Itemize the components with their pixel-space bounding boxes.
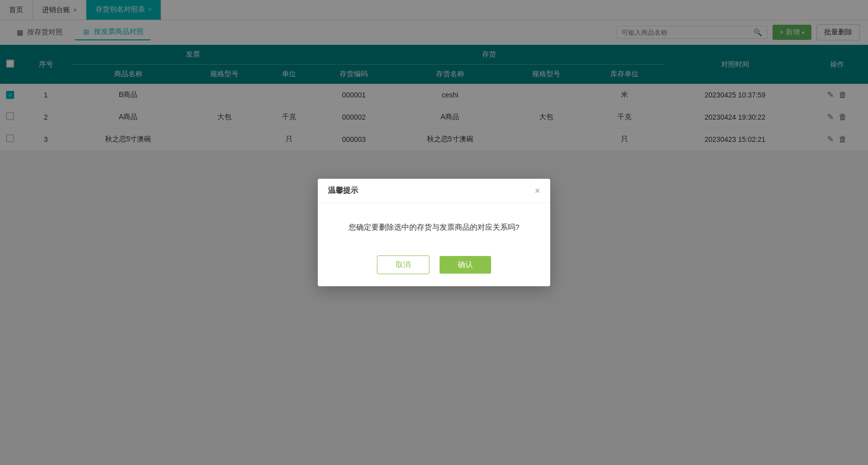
- dialog-overlay: 温馨提示 × 您确定要删除选中的存货与发票商品的对应关系吗? 取消 确认: [0, 0, 868, 150]
